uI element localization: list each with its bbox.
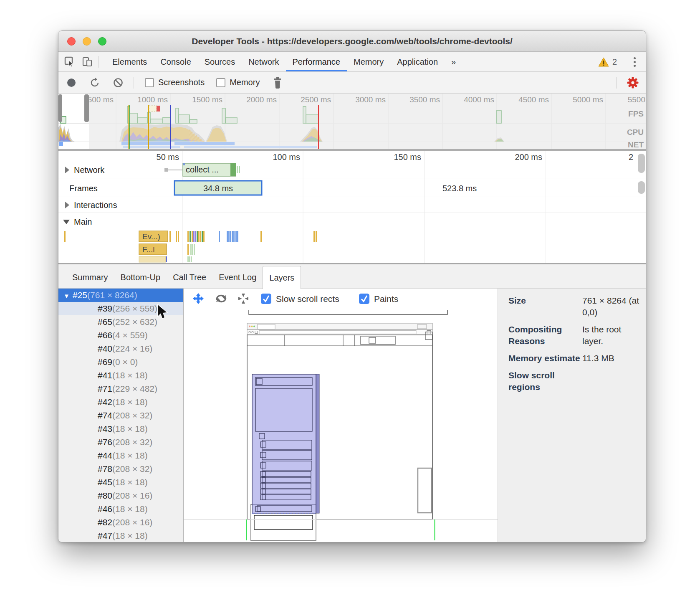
layer-dimensions: (256 × 559) [112,304,157,313]
timeline-overview[interactable]: 500 ms1000 ms1500 ms2000 ms2500 ms3000 m… [58,93,646,151]
more-options-icon[interactable] [629,56,640,68]
rotate-mode-icon[interactable] [216,295,226,302]
screenshot-stage: Developer Tools - https://developers.goo… [0,0,700,603]
main-flame-bar-label: Ev...) [142,232,160,241]
row-label-network[interactable]: Network [74,165,105,175]
row-label-main[interactable]: Main [74,217,92,226]
flame-tick [195,231,196,242]
layer-dimensions: (18 × 18) [112,370,148,380]
scrollbar-thumb[interactable] [638,154,645,173]
layer-tree-item-41[interactable]: #41(18 × 18) [58,369,184,382]
selected-layer-3d[interactable] [252,374,319,513]
window-title-bar: Developer Tools - https://developers.goo… [58,31,646,52]
slow-scroll-rects-checkbox[interactable] [261,294,271,304]
reload-and-profile-button[interactable] [88,76,102,90]
device-toolbar-icon[interactable] [81,56,94,68]
row-label-interactions[interactable]: Interactions [74,200,117,210]
layer-dimensions: (229 × 482) [112,384,157,393]
layer-tree-item-42[interactable]: #42(18 × 18) [58,395,184,409]
memory-checkbox[interactable] [216,78,225,87]
detail-tab-event-log[interactable]: Event Log [212,267,263,288]
layers-panel: ▼#25(761 × 8264)#39(256 × 559)#65(252 × … [58,289,646,542]
detail-tab-strip: SummaryBottom-UpCall TreeEvent LogLayers [58,264,646,289]
layer-tree-item-78[interactable]: #78(208 × 32) [58,462,184,476]
warning-icon [598,57,609,67]
svg-text:50 ms: 50 ms [157,152,179,162]
pan-mode-icon[interactable] [193,293,204,304]
detail-value: 11.3 MB [582,352,641,364]
layer-tree-item-69[interactable]: #69(0 × 0) [58,355,184,369]
layer-3d-viewport[interactable]: Slow scroll rects Paints [184,289,498,542]
selection-handle-right[interactable] [84,94,89,122]
layer-id: #42 [98,397,112,407]
screenshots-checkbox[interactable] [145,78,154,87]
scrollbar-thumb[interactable] [638,181,645,194]
svg-text:2500 ms: 2500 ms [301,95,331,104]
layer-tree-item-44[interactable]: #44(18 × 18) [58,449,184,462]
expander-icon[interactable]: ▼ [63,289,73,303]
svg-text:4500 ms: 4500 ms [518,95,549,104]
trash-icon[interactable] [270,76,285,90]
svg-text:3000 ms: 3000 ms [355,95,386,104]
detail-tab-summary[interactable]: Summary [66,267,114,288]
layer-tree-item-47[interactable]: #47(18 × 18) [58,529,184,542]
paints-checkbox[interactable] [359,294,369,304]
layer-id: #71 [98,384,112,393]
layer-tree-item-82[interactable]: #82(208 × 16) [58,516,184,529]
layer-tree-item-71[interactable]: #71(229 × 482) [58,382,184,395]
detail-value: 761 × 8264 (at 0,0) [582,295,641,318]
layer-id: #78 [98,464,112,474]
capture-settings-gear-icon[interactable] [626,76,640,90]
tab-elements[interactable]: Elements [106,52,154,71]
tab-application[interactable]: Application [390,52,445,71]
selection-handle-left[interactable] [58,94,62,122]
flame-tick [260,231,262,242]
detail-value: Is the root layer. [582,324,641,347]
main-flame-bar[interactable] [139,256,166,262]
layer-tree-item-45[interactable]: #45(18 × 18) [58,476,184,489]
svg-text:NET: NET [628,140,644,149]
layer-tree-item-25[interactable]: ▼#25(761 × 8264) [58,289,184,302]
paint-rect [254,515,313,530]
flame-tick [233,231,235,242]
record-button[interactable] [64,76,78,90]
svg-text:1500 ms: 1500 ms [192,95,222,104]
tab-sources[interactable]: Sources [198,52,242,71]
flame-tick [200,231,201,242]
layer-tree-item-46[interactable]: #46(18 × 18) [58,502,184,516]
frame-duration: 523.8 ms [442,184,477,193]
layer-id: #44 [98,451,112,460]
inspect-element-icon[interactable] [63,56,76,68]
tab-»[interactable]: » [445,52,462,71]
tab-network[interactable]: Network [242,52,286,71]
tab-console[interactable]: Console [154,52,197,71]
layer-tree-item-74[interactable]: #74(208 × 32) [58,409,184,422]
svg-text:200 ms: 200 ms [515,152,542,162]
layer-tree-item-66[interactable]: #66(4 × 559) [58,329,184,342]
toolbar-divider [134,77,134,89]
flame-tick [187,244,189,255]
devtools-tab-bar: ElementsConsoleSourcesNetworkPerformance… [58,52,646,72]
layer-tree-item-43[interactable]: #43(18 × 18) [58,422,184,436]
layer-tree-item-65[interactable]: #65(252 × 632) [58,315,184,329]
layer-id: #46 [98,504,112,514]
console-warnings-badge[interactable]: 2 [598,57,617,67]
flame-tick [193,231,195,242]
svg-text:100 ms: 100 ms [273,152,300,162]
layer-id: #66 [98,330,112,340]
layer-id: #82 [98,517,112,527]
flame-tick [232,231,233,242]
detail-tab-call-tree[interactable]: Call Tree [167,267,212,288]
layer-tree-item-39[interactable]: #39(256 × 559) [58,302,184,315]
reset-view-icon[interactable] [238,294,248,304]
tab-memory[interactable]: Memory [347,52,390,71]
tab-performance[interactable]: Performance [286,52,347,71]
paints-label: Paints [374,294,398,304]
clear-recording-icon[interactable] [111,76,125,90]
layer-tree-item-76[interactable]: #76(208 × 32) [58,436,184,449]
detail-tab-layers[interactable]: Layers [263,266,301,289]
layer-tree-item-40[interactable]: #40(224 × 16) [58,342,184,355]
layer-tree-item-80[interactable]: #80(208 × 16) [58,489,184,502]
detail-tab-bottom-up[interactable]: Bottom-Up [114,267,167,288]
svg-text:150 ms: 150 ms [394,152,421,162]
